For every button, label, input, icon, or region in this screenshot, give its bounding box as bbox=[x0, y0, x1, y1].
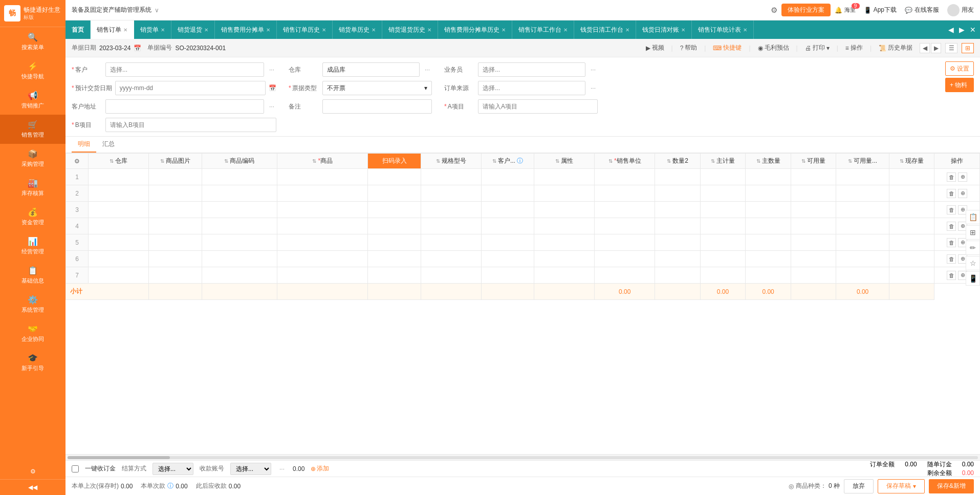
table-gear-icon[interactable]: ⚙ bbox=[74, 158, 80, 165]
sidebar-item-basicinfo[interactable]: 📋 基础信息 bbox=[0, 261, 66, 290]
form-prev-btn[interactable]: ◀ bbox=[920, 43, 930, 53]
tab-next-arrow[interactable]: ▶ bbox=[957, 25, 967, 35]
print-btn[interactable]: 🖨 打印 ▾ bbox=[802, 42, 833, 53]
tab-home[interactable]: 首页 bbox=[66, 20, 91, 39]
delivery-date-input[interactable] bbox=[115, 81, 266, 95]
form-grid-btn[interactable]: ⊞ bbox=[962, 43, 974, 53]
payment-method-select[interactable]: 选择... bbox=[153, 463, 193, 475]
scrollbar-thumb[interactable] bbox=[68, 456, 170, 459]
form-next-btn[interactable]: ▶ bbox=[931, 43, 941, 53]
scrollbar-track[interactable] bbox=[68, 456, 978, 459]
sidebar-item-quicknav[interactable]: ⚡ 快捷导航 bbox=[0, 56, 66, 85]
tab-close-cash-account[interactable]: ✕ bbox=[681, 27, 685, 33]
tab-close-sales-order[interactable]: ✕ bbox=[123, 27, 127, 33]
tab-close-cash-workbench[interactable]: ✕ bbox=[625, 27, 629, 33]
row-7-delete-btn[interactable]: 🗑 bbox=[947, 271, 956, 280]
float-btn-3[interactable]: ✏ bbox=[966, 241, 980, 255]
tab-sales-bill[interactable]: 销货单 ✕ bbox=[134, 20, 171, 39]
row-1-delete-btn[interactable]: 🗑 bbox=[947, 173, 956, 182]
user-menu[interactable]: 用友 bbox=[947, 4, 974, 16]
payment-account-select[interactable]: 选择... bbox=[230, 463, 271, 475]
sidebar-item-search[interactable]: 🔍 搜索菜单 bbox=[0, 27, 66, 56]
sidebar-item-purchase[interactable]: 📦 采购管理 bbox=[0, 144, 66, 173]
history-btn[interactable]: 📜 历史单据 bbox=[876, 42, 916, 53]
warehouse-dots-icon[interactable]: ··· bbox=[423, 66, 432, 73]
profit-forecast-btn[interactable]: ◉ 毛利预估 bbox=[755, 42, 792, 53]
tab-detail[interactable]: 明细 bbox=[72, 137, 96, 153]
invoice-type-select[interactable]: 不开票 ▾ bbox=[322, 81, 432, 95]
save-draft-button[interactable]: 保存草稿 ▾ bbox=[878, 479, 925, 493]
tab-summary[interactable]: 汇总 bbox=[96, 137, 121, 153]
discard-button[interactable]: 放弃 bbox=[844, 479, 874, 493]
address-input[interactable] bbox=[105, 99, 264, 114]
tab-cash-account[interactable]: 钱货日清对账 ✕ bbox=[636, 20, 692, 39]
sidebar-item-system[interactable]: ⚙️ 系统管理 bbox=[0, 290, 66, 319]
staff-dots-icon[interactable]: ··· bbox=[589, 66, 598, 73]
row-3-delete-btn[interactable]: 🗑 bbox=[947, 205, 956, 214]
solution-button[interactable]: 体验行业方案 bbox=[781, 4, 831, 16]
customer-dots-icon[interactable]: ··· bbox=[267, 66, 276, 73]
tab-close-bill-history[interactable]: ✕ bbox=[372, 27, 376, 33]
row-2-delete-btn[interactable]: 🗑 bbox=[947, 189, 956, 198]
settings-button[interactable]: ⚙ 设置 bbox=[945, 61, 974, 76]
save-new-button[interactable]: 保存&新增 bbox=[929, 479, 974, 493]
shortcut-btn[interactable]: ⌨ 快捷键 bbox=[710, 42, 745, 53]
address-dots-icon[interactable]: ··· bbox=[267, 103, 276, 110]
tab-sales-bill-history[interactable]: 销货单历史 ✕ bbox=[333, 20, 382, 39]
sidebar-collapse-btn[interactable]: ◀◀ bbox=[0, 479, 66, 495]
sidebar-item-enterprise[interactable]: 🤝 企业协同 bbox=[0, 319, 66, 348]
delivery-calendar-icon[interactable]: 📅 bbox=[269, 84, 276, 92]
float-btn-1[interactable]: 📋 bbox=[966, 210, 980, 224]
a-project-input[interactable] bbox=[478, 99, 598, 114]
b-project-input[interactable] bbox=[105, 118, 276, 132]
float-btn-2[interactable]: ⊞ bbox=[966, 225, 980, 240]
tab-sales-expense-split[interactable]: 销售费用分摊单 ✕ bbox=[215, 20, 277, 39]
tab-close-all-btn[interactable]: ✕ bbox=[968, 25, 978, 35]
row-4-delete-btn[interactable]: 🗑 bbox=[947, 222, 956, 231]
tab-sales-order[interactable]: 销售订单 ✕ bbox=[91, 20, 134, 39]
sidebar-item-capital[interactable]: 💰 资金管理 bbox=[0, 202, 66, 231]
tab-close-sales-bill[interactable]: ✕ bbox=[161, 27, 165, 33]
th-gear[interactable]: ⚙ bbox=[66, 154, 89, 169]
tab-cash-workbench[interactable]: 钱货日清工作台 ✕ bbox=[574, 20, 636, 39]
date-calendar-icon[interactable]: 📅 bbox=[134, 45, 141, 52]
app-download-link[interactable]: 📱 App下载 bbox=[864, 6, 897, 14]
topbar-gear-icon[interactable]: ⚙ bbox=[771, 6, 777, 15]
tab-sales-stats[interactable]: 销售订单统计表 ✕ bbox=[692, 20, 754, 39]
add-material-button[interactable]: + 物料 bbox=[945, 78, 974, 92]
row-5-delete-btn[interactable]: 🗑 bbox=[947, 238, 956, 247]
sidebar-item-guide[interactable]: 🎓 新手引导 bbox=[0, 348, 66, 377]
tab-close-sales-return[interactable]: ✕ bbox=[204, 27, 208, 33]
tab-sales-return-history[interactable]: 销货退货历史 ✕ bbox=[382, 20, 438, 39]
account-dots-icon[interactable]: ··· bbox=[277, 465, 287, 472]
warehouse-select[interactable]: 成品库 bbox=[322, 62, 420, 77]
tab-close-sales-stats[interactable]: ✕ bbox=[743, 27, 747, 33]
view-video-btn[interactable]: ▶ 视频 bbox=[643, 42, 667, 53]
tab-order-workbench[interactable]: 销售订单工作台 ✕ bbox=[512, 20, 574, 39]
customer-input[interactable] bbox=[105, 62, 264, 77]
row-1-copy-btn[interactable]: ⊕ bbox=[958, 173, 967, 182]
order-source-input[interactable] bbox=[478, 81, 585, 95]
sidebar-item-inventory[interactable]: 🏭 库存核算 bbox=[0, 173, 66, 202]
tab-close-order-workbench[interactable]: ✕ bbox=[563, 27, 568, 33]
tab-close-expense-split[interactable]: ✕ bbox=[266, 27, 270, 33]
row-2-copy-btn[interactable]: ⊕ bbox=[958, 189, 967, 198]
sidebar-item-sales[interactable]: 🛒 销售管理 bbox=[0, 115, 66, 144]
save-draft-dropdown-icon[interactable]: ▾ bbox=[913, 483, 916, 490]
tab-expense-history[interactable]: 销售费用分摊单历史 ✕ bbox=[438, 20, 512, 39]
tab-prev-arrow[interactable]: ◀ bbox=[946, 25, 956, 35]
float-btn-4[interactable]: ☆ bbox=[966, 256, 980, 270]
float-btn-5[interactable]: 📱 bbox=[966, 271, 980, 286]
sidebar-item-marketing[interactable]: 📢 营销推广 bbox=[0, 85, 66, 115]
payment-add-btn[interactable]: ⊕ 添加 bbox=[311, 464, 329, 473]
tab-sales-return[interactable]: 销货退货 ✕ bbox=[171, 20, 215, 39]
sidebar-item-operations[interactable]: 📊 经营管理 bbox=[0, 231, 66, 261]
one-click-payment-checkbox[interactable] bbox=[72, 465, 79, 472]
notes-input[interactable] bbox=[322, 99, 432, 114]
notification-bell[interactable]: 🔔 海里 9 bbox=[835, 6, 856, 14]
order-source-dots-icon[interactable]: ··· bbox=[589, 84, 598, 92]
tab-close-expense-history[interactable]: ✕ bbox=[502, 27, 506, 33]
form-list-btn[interactable]: ☰ bbox=[945, 43, 957, 53]
operations-btn[interactable]: ≡ 操作 bbox=[842, 42, 866, 53]
help-btn[interactable]: ? 帮助 bbox=[677, 42, 701, 53]
